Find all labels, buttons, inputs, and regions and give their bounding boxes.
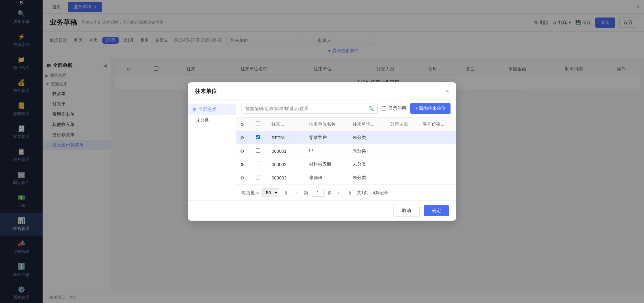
row-select-checkbox[interactable]: [256, 162, 260, 166]
row-settings[interactable]: ⚙: [236, 131, 252, 144]
row-salesperson: [386, 171, 419, 185]
prev-page-btn[interactable]: ‹: [293, 189, 301, 197]
th-category[interactable]: 往来单位...: [348, 118, 386, 131]
show-disabled-checkbox[interactable]: [382, 106, 386, 111]
row-select-checkbox[interactable]: [256, 135, 260, 139]
table-row[interactable]: ⚙ 000003 张师傅 未分类: [236, 171, 456, 185]
page-label: 第: [304, 190, 308, 196]
modal-title: 往来单位: [195, 88, 217, 95]
last-page-btn[interactable]: ⟫: [346, 189, 354, 197]
modal-sidebar: ⊞ 全部分类 未分类: [188, 100, 236, 200]
row-name: 零散客户: [305, 131, 349, 144]
modal-dialog: 往来单位 × ⊞ 全部分类 未分类 🔍: [188, 82, 456, 221]
row-salesperson: [386, 158, 419, 171]
row-price-type: [419, 158, 456, 171]
modal-search-input[interactable]: [245, 106, 366, 111]
row-checkbox[interactable]: [252, 171, 267, 185]
modal-table: ⚙ 往来... 往来单位名称 往来单位... 分管人员 客户价格... ⚙: [236, 118, 456, 185]
row-code: 000003: [267, 171, 304, 185]
show-disabled-label[interactable]: 显示停用: [382, 105, 406, 112]
add-party-button[interactable]: + 新增往来单位: [410, 103, 451, 114]
show-disabled-text: 显示停用: [388, 105, 406, 112]
modal-search-wrapper: 🔍: [242, 104, 378, 114]
modal-sidebar-uncategorized[interactable]: 未分类: [188, 115, 236, 125]
modal-body: ⊞ 全部分类 未分类 🔍 显示停用 + 新增往来单位: [188, 100, 456, 200]
row-name: 材料供应商: [305, 158, 349, 171]
modal-toolbar: 🔍 显示停用 + 新增往来单位: [236, 100, 456, 118]
grid-icon: ⊞: [193, 107, 197, 112]
row-category: 未分类: [348, 171, 386, 185]
row-checkbox[interactable]: [252, 158, 267, 171]
modal-header: 往来单位 ×: [188, 82, 456, 100]
cancel-button[interactable]: 取消: [393, 205, 420, 217]
modal-pagination: 每页显示 50 ⟪ ‹ 第 页 › ⟫ 共1页，4条记录: [236, 185, 456, 200]
row-category: 未分类: [348, 158, 386, 171]
first-page-btn[interactable]: ⟪: [282, 189, 290, 197]
row-settings[interactable]: ⚙: [236, 171, 252, 185]
per-page-label: 每页显示: [242, 190, 259, 196]
row-name: 张师傅: [305, 171, 349, 185]
modal-close-icon[interactable]: ×: [445, 88, 449, 95]
modal-footer: 取消 确定: [188, 200, 456, 221]
row-settings[interactable]: ⚙: [236, 158, 252, 171]
row-price-type: [419, 144, 456, 158]
confirm-button[interactable]: 确定: [424, 205, 449, 216]
row-settings[interactable]: ⚙: [236, 144, 252, 158]
row-checkbox[interactable]: [252, 144, 267, 158]
row-code: 000001: [267, 144, 304, 158]
modal-backdrop: 往来单位 × ⊞ 全部分类 未分类 🔍: [0, 0, 644, 303]
table-row[interactable]: ⚙ RETAIL_... 零散客户 未分类: [236, 131, 456, 144]
th-checkbox[interactable]: [252, 118, 267, 131]
row-price-type: [419, 131, 456, 144]
page-unit: 页: [327, 190, 332, 196]
current-page-input[interactable]: [311, 189, 325, 197]
total-info: 共1页，4条记录: [357, 190, 388, 196]
row-price-type: [419, 171, 456, 185]
row-salesperson: [386, 144, 419, 158]
row-code: RETAIL_...: [267, 131, 304, 144]
row-select-checkbox[interactable]: [256, 148, 260, 153]
th-code[interactable]: 往来...: [267, 118, 304, 131]
per-page-select[interactable]: 50: [262, 188, 279, 197]
row-category: 未分类: [348, 144, 386, 158]
party-table: ⚙ 往来... 往来单位名称 往来单位... 分管人员 客户价格... ⚙: [236, 118, 456, 185]
th-settings[interactable]: ⚙: [236, 118, 252, 131]
row-salesperson: [386, 131, 419, 144]
modal-sidebar-all-category[interactable]: ⊞ 全部分类: [188, 104, 236, 115]
next-page-btn[interactable]: ›: [335, 189, 343, 197]
table-row[interactable]: ⚙ 000001 甲 未分类: [236, 144, 456, 158]
sidebar-item-label: 全部分类: [199, 106, 216, 113]
th-name[interactable]: 往来单位名称: [305, 118, 349, 131]
modal-content: 🔍 显示停用 + 新增往来单位 ⚙: [236, 100, 456, 200]
th-price-type[interactable]: 客户价格...: [419, 118, 456, 131]
table-row[interactable]: ⚙ 000002 材料供应商 未分类: [236, 158, 456, 171]
row-name: 甲: [305, 144, 349, 158]
row-checkbox[interactable]: [252, 131, 267, 144]
search-icon: 🔍: [368, 106, 374, 111]
th-salesperson[interactable]: 分管人员: [386, 118, 419, 131]
row-select-checkbox[interactable]: [256, 175, 260, 179]
row-category: 未分类: [348, 131, 386, 144]
table-select-all[interactable]: [256, 121, 260, 126]
row-code: 000002: [267, 158, 304, 171]
